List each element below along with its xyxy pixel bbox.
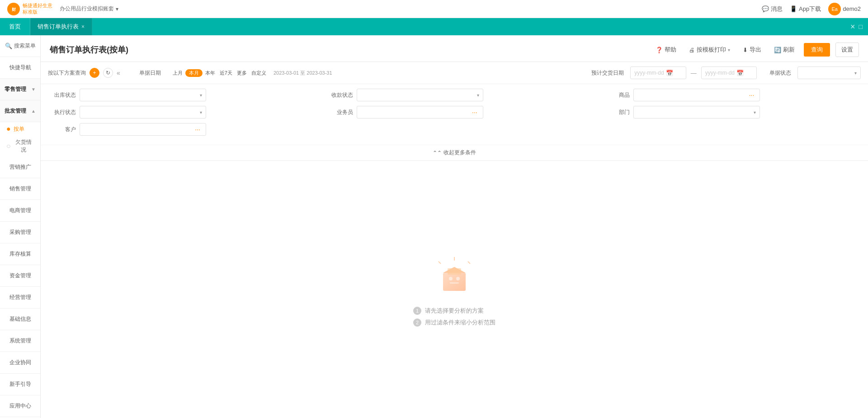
tip-num-2: 2: [413, 318, 421, 327]
collapse-more-btn[interactable]: ⌃⌃ 收起更多条件: [41, 145, 868, 160]
sidebar-item-retail[interactable]: 零售管理 ▼: [0, 79, 40, 100]
window-maximize-btn[interactable]: □: [859, 23, 863, 30]
svg-line-6: [468, 261, 470, 264]
tab-bar-actions: × □: [850, 22, 868, 32]
help-btn[interactable]: ❓ 帮助: [652, 44, 680, 56]
date-dash: —: [689, 70, 698, 76]
sidebar-item-wholesale[interactable]: 批发管理 ▲: [0, 100, 40, 122]
logo-icon: 财: [7, 3, 20, 15]
page-title: 销售订单执行表(按单): [50, 44, 128, 55]
user-menu[interactable]: Ea demo2: [828, 3, 861, 15]
sidebar-item-app-center[interactable]: 应用中心: [0, 395, 40, 417]
date-more[interactable]: 更多: [235, 69, 249, 77]
logo-text: 畅捷通好生意 标准版: [23, 3, 52, 14]
top-header: 财 畅捷通好生意 标准版 办公用品行业模拟账套 ▾ 💬 消息 📱 App下载 E…: [0, 0, 868, 18]
filter-row-2: 执行状态 ▾ 业务员 ···: [48, 106, 861, 119]
print-dropdown-icon: ▾: [728, 48, 730, 52]
department-group: 部门 ▾: [602, 106, 861, 119]
chevron-down-icon: ▼: [31, 87, 36, 92]
message-btn[interactable]: 💬 消息: [762, 5, 783, 13]
page-header: 销售订单执行表(按单) ❓ 帮助 🖨 按模板打印 ▾ ⬇ 导出 🔄 刷新: [41, 35, 868, 62]
query-btn[interactable]: 查询: [804, 43, 830, 57]
sidebar-item-guide[interactable]: 新手引导: [0, 374, 40, 395]
product-group: 商品 ···: [602, 89, 861, 101]
sidebar-quick-nav[interactable]: 快捷导航: [0, 57, 40, 79]
expected-date-to[interactable]: yyyy-mm-dd 📅: [701, 66, 757, 79]
tab-close-icon[interactable]: ×: [81, 24, 85, 30]
refresh-scheme-btn[interactable]: ↻: [103, 68, 113, 78]
warehouse-status-select[interactable]: ▾: [80, 89, 206, 101]
refresh-icon: 🔄: [774, 47, 781, 53]
nav-arrow-icon: ▾: [116, 6, 118, 12]
svg-line-5: [439, 261, 441, 264]
avatar: Ea: [828, 3, 841, 15]
date-range-text: 2023-03-01 至 2023-03-31: [274, 70, 332, 76]
date-custom[interactable]: 自定义: [250, 69, 268, 77]
department-select[interactable]: ▾: [633, 106, 760, 119]
execution-status-select[interactable]: ▾: [80, 106, 206, 119]
empty-tip-2: 2 用过滤条件来缩小分析范围: [413, 318, 495, 327]
refresh-btn[interactable]: 🔄 刷新: [770, 44, 798, 56]
empty-tips: 1 请先选择要分析的方案 2 用过滤条件来缩小分析范围: [413, 307, 495, 327]
sidebar-search[interactable]: 🔍 搜索菜单: [0, 35, 40, 57]
collapse-sidebar-btn[interactable]: «: [117, 69, 120, 76]
filter-row-3: 客户 ···: [48, 123, 861, 136]
sidebar: 🔍 搜索菜单 快捷导航 零售管理 ▼ 批发管理 ▲ ● 按单 ○ 欠货情况 营销…: [0, 35, 41, 418]
salesperson-more-icon[interactable]: ···: [470, 109, 479, 116]
customer-input[interactable]: ···: [80, 123, 206, 136]
order-status-arrow: ▾: [854, 71, 857, 76]
window-close-btn[interactable]: ×: [850, 22, 855, 32]
sidebar-item-purchase[interactable]: 采购管理: [0, 222, 40, 243]
sidebar-sub-item-按单[interactable]: ● 按单: [0, 122, 40, 136]
date-this-month[interactable]: 本月: [185, 69, 203, 77]
empty-state: 1 请先选择要分析的方案 2 用过滤条件来缩小分析范围: [41, 161, 868, 418]
warehouse-status-arrow: ▾: [200, 93, 202, 98]
date-last-month[interactable]: 上月: [171, 69, 184, 77]
sidebar-item-basic-info[interactable]: 基础信息: [0, 309, 40, 330]
tab-active[interactable]: 销售订单执行表 ×: [30, 18, 92, 35]
sidebar-item-finance[interactable]: 资金管理: [0, 265, 40, 287]
filter-rows: 出库状态 ▾ 收款状态 ▾: [41, 84, 868, 145]
calendar-icon-2: 📅: [736, 70, 744, 76]
app-download-btn[interactable]: 📱 App下载: [790, 5, 821, 13]
print-btn[interactable]: 🖨 按模板打印 ▾: [685, 44, 734, 56]
add-scheme-btn[interactable]: +: [90, 68, 99, 78]
receipt-status-select[interactable]: ▾: [357, 89, 483, 101]
sidebar-item-system[interactable]: 系统管理: [0, 330, 40, 352]
settings-btn[interactable]: 设置: [835, 43, 859, 57]
export-btn[interactable]: ⬇ 导出: [739, 44, 765, 56]
product-more-icon[interactable]: ···: [747, 91, 756, 99]
order-status-select[interactable]: ▾: [797, 66, 861, 79]
sidebar-item-management[interactable]: 经营管理: [0, 287, 40, 309]
sidebar-item-sales[interactable]: 销售管理: [0, 178, 40, 200]
sidebar-item-ecommerce[interactable]: 电商管理: [0, 200, 40, 222]
help-icon: ❓: [656, 47, 663, 53]
svg-rect-10: [450, 282, 459, 284]
orange-circle-icon: ●: [6, 125, 11, 133]
collapse-icon: ⌃⌃: [433, 150, 442, 156]
product-input[interactable]: ···: [633, 89, 760, 101]
svg-rect-2: [443, 273, 466, 291]
svg-point-9: [456, 277, 460, 280]
sidebar-item-inventory[interactable]: 库存核算: [0, 243, 40, 265]
date-this-year[interactable]: 本年: [203, 69, 217, 77]
sidebar-item-enterprise[interactable]: 企业协同: [0, 352, 40, 374]
expected-date-from[interactable]: yyyy-mm-dd 📅: [630, 66, 686, 79]
customer-group: 客户 ···: [48, 123, 861, 136]
sidebar-item-marketing[interactable]: 营销推广: [0, 157, 40, 178]
page-actions: ❓ 帮助 🖨 按模板打印 ▾ ⬇ 导出 🔄 刷新 查询 设置: [652, 43, 859, 57]
execution-status-arrow: ▾: [200, 110, 202, 115]
tab-home[interactable]: 首页: [0, 18, 30, 35]
date-7days[interactable]: 近7天: [218, 69, 234, 77]
customer-more-icon[interactable]: ···: [193, 126, 202, 133]
receipt-status-arrow: ▾: [477, 93, 479, 98]
tip-num-1: 1: [413, 307, 421, 315]
salesperson-group: 业务员 ···: [325, 106, 584, 119]
sidebar-sub-item-欠货情况[interactable]: ○ 欠货情况: [0, 136, 40, 157]
nav-dropdown[interactable]: 办公用品行业模拟账套 ▾: [56, 3, 122, 14]
app-download-icon: 📱: [790, 5, 797, 12]
svg-point-8: [449, 277, 453, 280]
salesperson-input[interactable]: ···: [357, 106, 483, 119]
header-right: 💬 消息 📱 App下载 Ea demo2: [762, 3, 861, 15]
empty-tip-1: 1 请先选择要分析的方案: [413, 307, 495, 315]
